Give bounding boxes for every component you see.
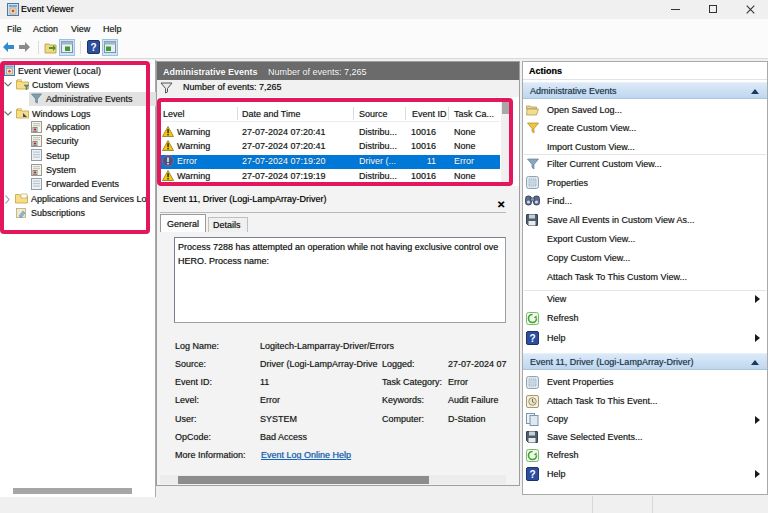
svg-text:?: ? [529,333,535,344]
svg-text:?: ? [90,42,96,53]
svg-text:?: ? [529,469,535,480]
